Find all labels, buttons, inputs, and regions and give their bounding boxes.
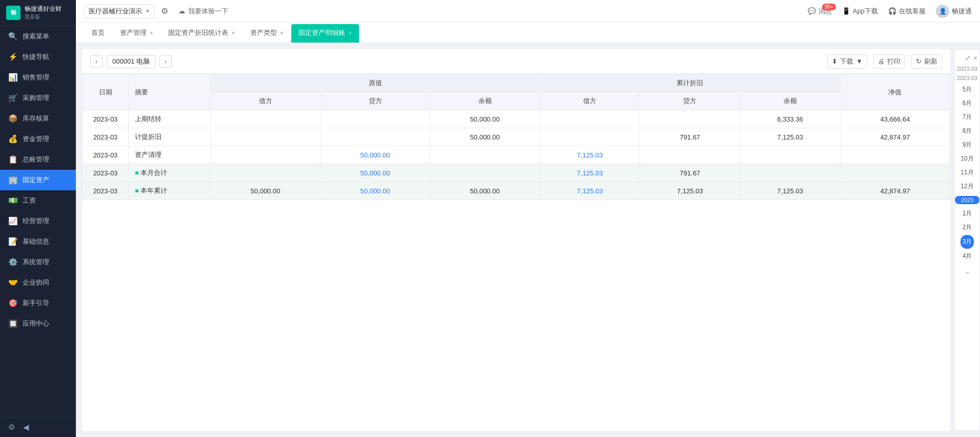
sidebar-item-salary[interactable]: 💵工资 bbox=[0, 190, 76, 211]
print-label: 打印 bbox=[887, 57, 901, 66]
tab-asset-manage-label: 资产管理 bbox=[120, 28, 147, 37]
month-item[interactable]: 8月 bbox=[958, 124, 975, 138]
table-row: 2023-03 ■本年累计 50,000.00 50,000.00 50,000… bbox=[83, 182, 950, 200]
company-selector[interactable]: 医疗器械行业演示 ▼ bbox=[84, 4, 155, 18]
month-item[interactable]: 1月 bbox=[958, 207, 976, 221]
tab-fixed-detail-close[interactable]: × bbox=[348, 30, 351, 36]
month-item[interactable]: 5月 bbox=[958, 83, 975, 96]
experience-button[interactable]: ☁ 我要体验一下 bbox=[174, 5, 232, 18]
cell-accum-balance: 6,333.36 bbox=[740, 110, 840, 128]
tab-fixed-depreciation[interactable]: 固定资产折旧统计表 × bbox=[161, 24, 242, 43]
sidebar-item-guide[interactable]: 🎯新手引导 bbox=[0, 293, 76, 313]
user-button[interactable]: 👤 畅捷通 bbox=[936, 5, 972, 18]
tab-asset-type-label: 资产类型 bbox=[250, 28, 277, 37]
sidebar-item-quicknav[interactable]: ⚡快捷导航 bbox=[0, 47, 76, 67]
sidebar-item-basic-info[interactable]: 📝基础信息 bbox=[0, 231, 76, 252]
basic-info-icon: 📝 bbox=[8, 237, 17, 246]
app-icon: 📱 bbox=[842, 7, 850, 15]
scroll-down-icon[interactable]: ⌄ bbox=[962, 263, 973, 279]
download-button[interactable]: ⬇ 下载 ▼ bbox=[827, 54, 867, 69]
month-item[interactable]: 3月 bbox=[961, 235, 974, 249]
date-header-top1: 2023.03 bbox=[955, 64, 979, 73]
cell-net-value: 42,874.97 bbox=[840, 182, 950, 200]
month-item[interactable]: 2月 bbox=[958, 221, 976, 234]
cell-accum-debit: 7,125.03 bbox=[540, 182, 640, 200]
prev-asset-button[interactable]: ‹ bbox=[90, 55, 103, 68]
apps-icon: 🔲 bbox=[8, 319, 17, 328]
tab-home[interactable]: 首页 bbox=[84, 24, 112, 43]
right-panel-close-icon[interactable]: × bbox=[973, 54, 977, 62]
right-date-panel: × ⤢ 2023.03 2023.03 5月6月7月8月9月10月11月12月 … bbox=[954, 49, 980, 431]
month-item[interactable]: 11月 bbox=[958, 166, 975, 180]
customer-service-button[interactable]: 🎧 在线客服 bbox=[888, 7, 926, 16]
topbar: 医疗器械行业演示 ▼ ⚙ ☁ 我要体验一下 💬 消息 99+ 📱 App下载 🎧… bbox=[76, 0, 980, 23]
sidebar-menu: 🔍搜索菜单⚡快捷导航📊销售管理🛒采购管理📦库存核算💰资金管理📋总账管理🏢固定资产… bbox=[0, 26, 76, 417]
sidebar-item-inventory[interactable]: 📦库存核算 bbox=[0, 108, 76, 129]
sidebar-item-label: 搜索菜单 bbox=[23, 32, 49, 41]
sidebar: 畅 畅捷通好业财 普及版 🔍搜索菜单⚡快捷导航📊销售管理🛒采购管理📦库存核算💰资… bbox=[0, 0, 76, 437]
sidebar-logo: 畅 畅捷通好业财 普及版 bbox=[0, 0, 76, 26]
cell-accum-credit: 791.67 bbox=[640, 164, 740, 182]
sidebar-item-label: 总账管理 bbox=[23, 155, 49, 164]
cell-date: 2023-03 bbox=[83, 164, 129, 182]
sidebar-item-sales[interactable]: 📊销售管理 bbox=[0, 67, 76, 88]
tab-asset-manage-close[interactable]: × bbox=[150, 30, 153, 36]
tab-asset-type-close[interactable]: × bbox=[280, 30, 283, 36]
sidebar-item-system[interactable]: ⚙️系统管理 bbox=[0, 252, 76, 272]
settings-icon[interactable]: ⚙ bbox=[8, 423, 15, 432]
sidebar-item-label: 企业协同 bbox=[23, 278, 49, 287]
user-label: 畅捷通 bbox=[952, 7, 972, 16]
download-chevron-icon: ▼ bbox=[856, 57, 863, 65]
tab-asset-type[interactable]: 资产类型 × bbox=[243, 24, 290, 43]
month-item[interactable]: 12月 bbox=[958, 180, 975, 193]
cell-accum-debit bbox=[540, 110, 640, 128]
refresh-button[interactable]: ↻ 刷新 bbox=[911, 54, 942, 69]
operations-icon: 📈 bbox=[8, 216, 17, 226]
tab-home-label: 首页 bbox=[91, 28, 105, 37]
settings-icon[interactable]: ⚙ bbox=[161, 6, 168, 16]
sidebar-item-collab[interactable]: 🤝企业协同 bbox=[0, 272, 76, 293]
app-label: App下载 bbox=[853, 7, 878, 16]
sidebar-item-operations[interactable]: 📈经营管理 bbox=[0, 211, 76, 231]
messages-button[interactable]: 💬 消息 99+ bbox=[808, 7, 832, 16]
print-icon: 🖨 bbox=[878, 57, 885, 65]
month-item[interactable]: 6月 bbox=[958, 96, 975, 110]
month-item[interactable]: 4月 bbox=[958, 249, 976, 263]
sidebar-item-purchase[interactable]: 🛒采购管理 bbox=[0, 88, 76, 108]
cell-orig-balance bbox=[430, 164, 540, 182]
cell-net-value: 42,874.97 bbox=[840, 128, 950, 146]
experience-icon: ☁ bbox=[178, 7, 185, 15]
main-panel: ‹ 000001 电脑 › ⬇ 下载 ▼ 🖨 打印 ↻ 刷新 bbox=[82, 49, 950, 431]
cell-accum-balance: 7,125.03 bbox=[740, 182, 840, 200]
month-item[interactable]: 7月 bbox=[958, 110, 975, 124]
tab-fixed-detail[interactable]: 固定资产明细账 × bbox=[291, 24, 358, 43]
collapse-icon[interactable]: ◀ bbox=[23, 423, 29, 432]
tab-fixed-depreciation-close[interactable]: × bbox=[231, 30, 234, 36]
app-download-button[interactable]: 📱 App下载 bbox=[842, 7, 878, 16]
sidebar-item-ledger[interactable]: 📋总账管理 bbox=[0, 149, 76, 170]
refresh-label: 刷新 bbox=[924, 57, 937, 66]
quicknav-icon: ⚡ bbox=[8, 52, 17, 62]
th-orig-credit: 贷方 bbox=[321, 92, 430, 110]
month-item[interactable]: 9月 bbox=[958, 138, 975, 152]
right-panel-expand-icon[interactable]: ⤢ bbox=[965, 54, 971, 62]
sidebar-item-fixed-assets[interactable]: 🏢固定资产 bbox=[0, 170, 76, 190]
cell-date: 2023-03 bbox=[83, 128, 129, 146]
sidebar-item-apps[interactable]: 🔲应用中心 bbox=[0, 313, 76, 334]
next-asset-button[interactable]: › bbox=[159, 55, 172, 68]
cell-orig-balance: 50,000.00 bbox=[430, 182, 540, 200]
cell-net-value bbox=[840, 146, 950, 164]
table-wrap: 日期 摘要 原值 累计折旧 净值 借方 贷方 余额 借方 贷方 余额 bbox=[82, 74, 950, 431]
print-button[interactable]: 🖨 打印 bbox=[873, 54, 905, 69]
sidebar-item-capital[interactable]: 💰资金管理 bbox=[0, 129, 76, 149]
cell-orig-credit: 50,000.00 bbox=[321, 164, 430, 182]
month-item[interactable]: 10月 bbox=[958, 152, 975, 166]
sidebar-item-label: 应用中心 bbox=[23, 319, 49, 328]
logo-title: 畅捷通好业财 bbox=[25, 5, 62, 13]
sidebar-item-label: 新手引导 bbox=[23, 299, 49, 308]
avatar: 👤 bbox=[936, 5, 949, 18]
sidebar-item-search[interactable]: 🔍搜索菜单 bbox=[0, 26, 76, 47]
asset-id: 000001 电脑 bbox=[107, 55, 155, 68]
tab-asset-manage[interactable]: 资产管理 × bbox=[113, 24, 160, 43]
tab-bar: 首页 资产管理 × 固定资产折旧统计表 × 资产类型 × 固定资产明细账 × bbox=[76, 23, 980, 43]
